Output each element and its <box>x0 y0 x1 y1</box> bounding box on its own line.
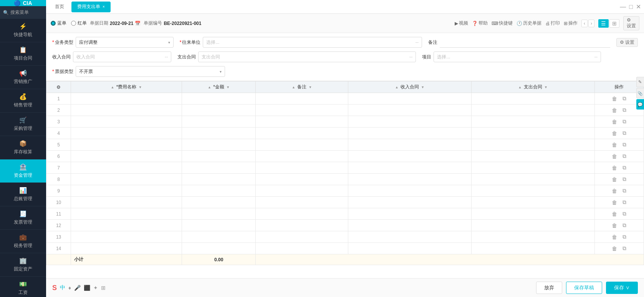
sidebar-item-tax[interactable]: 💼 税务管理 <box>0 230 46 253</box>
copy-row-btn[interactable]: ⧉ <box>621 210 628 218</box>
remark-cell[interactable] <box>256 174 348 185</box>
tab-expense[interactable]: 费用支出单 × <box>71 2 111 12</box>
income-contract-cell[interactable] <box>348 93 471 105</box>
business-type-select[interactable]: 应付调整 ▾ <box>76 37 174 48</box>
date-value[interactable]: 2022-09-21 <box>110 21 133 26</box>
col-expense-name[interactable]: ▲ *费用名称 ▼ <box>71 81 182 93</box>
amount-cell[interactable] <box>182 116 255 128</box>
expense-name-cell[interactable] <box>71 208 182 220</box>
copy-row-btn[interactable]: ⧉ <box>621 164 628 172</box>
expense-name-cell[interactable] <box>71 162 182 174</box>
col-remark[interactable]: ▲ 备注 ▼ <box>256 81 348 93</box>
copy-row-btn[interactable]: ⧉ <box>621 175 628 183</box>
delete-row-btn[interactable]: 🗑 <box>610 245 619 252</box>
income-contract-input[interactable]: 收入合同 ··· <box>73 51 171 62</box>
remark-cell[interactable] <box>256 220 348 231</box>
nav-prev[interactable]: ‹ <box>581 20 588 27</box>
delete-row-btn[interactable]: 🗑 <box>610 176 619 183</box>
expense-contract-cell[interactable] <box>471 139 594 151</box>
sidebar-item-fixed-assets[interactable]: 🏢 固定资产 <box>0 253 46 277</box>
income-contract-cell[interactable] <box>348 197 471 208</box>
tab-home[interactable]: 首页 <box>49 2 70 12</box>
income-contract-cell[interactable] <box>348 128 471 139</box>
expense-name-cell[interactable] <box>71 139 182 151</box>
amount-cell[interactable] <box>182 174 255 185</box>
sidebar-search[interactable]: 🔍 搜索菜单 <box>0 6 46 19</box>
expense-contract-cell[interactable] <box>471 162 594 174</box>
copy-row-btn[interactable]: ⧉ <box>621 141 628 149</box>
video-btn[interactable]: ▶ 视频 <box>455 20 468 27</box>
delete-row-btn[interactable]: 🗑 <box>610 187 619 195</box>
delete-row-btn[interactable]: 🗑 <box>610 129 619 137</box>
sidebar-item-quick-nav[interactable]: ⚡ 快捷导航 <box>0 19 46 42</box>
delete-row-btn[interactable]: 🗑 <box>610 95 619 103</box>
remark-cell[interactable] <box>256 105 348 116</box>
col-expense-contract[interactable]: ▲ 支出合同 ▼ <box>471 81 594 93</box>
income-contract-cell[interactable] <box>348 220 471 231</box>
expense-name-cell[interactable] <box>71 220 182 231</box>
expense-contract-cell[interactable] <box>471 151 594 162</box>
delete-row-btn[interactable]: 🗑 <box>610 118 619 126</box>
delete-row-btn[interactable]: 🗑 <box>610 164 619 172</box>
expense-name-cell[interactable] <box>71 185 182 197</box>
expense-name-cell[interactable] <box>71 116 182 128</box>
delete-row-btn[interactable]: 🗑 <box>610 222 619 229</box>
copy-row-btn[interactable]: ⧉ <box>621 152 628 160</box>
expense-name-cell[interactable] <box>71 105 182 116</box>
expense-contract-cell[interactable] <box>471 128 594 139</box>
amount-cell[interactable] <box>182 231 255 243</box>
input-tool-diamond[interactable]: ♦ <box>68 285 71 291</box>
income-contract-cell[interactable] <box>348 105 471 116</box>
radio-blue[interactable]: 蓝单 <box>51 20 66 27</box>
expense-contract-cell[interactable] <box>471 116 594 128</box>
expense-name-cell[interactable] <box>71 197 182 208</box>
amount-cell[interactable] <box>182 128 255 139</box>
history-btn[interactable]: 🕐 历史单据 <box>517 20 541 27</box>
copy-row-btn[interactable]: ⧉ <box>621 129 628 137</box>
sidebar-item-marketing[interactable]: 📢 营销推广 <box>0 66 46 89</box>
copy-row-btn[interactable]: ⧉ <box>621 187 628 195</box>
amount-cell[interactable] <box>182 185 255 197</box>
income-contract-cell[interactable] <box>348 139 471 151</box>
remark-cell[interactable] <box>256 162 348 174</box>
delete-row-btn[interactable]: 🗑 <box>610 141 619 149</box>
income-contract-cell[interactable] <box>348 174 471 185</box>
edge-tab-2[interactable]: 📎 <box>636 88 644 98</box>
sidebar-item-ledger[interactable]: 📊 总账管理 <box>0 183 46 206</box>
remark-cell[interactable] <box>256 128 348 139</box>
save-button[interactable]: 保存 ∨ <box>606 282 638 294</box>
expense-contract-cell[interactable] <box>471 185 594 197</box>
amount-cell[interactable] <box>182 243 255 254</box>
partner-input[interactable]: 选择... ··· <box>203 37 422 48</box>
income-contract-cell[interactable] <box>348 231 471 243</box>
amount-cell[interactable] <box>182 151 255 162</box>
expense-contract-cell[interactable] <box>471 220 594 231</box>
nav-next[interactable]: › <box>588 20 594 27</box>
remark-cell[interactable] <box>256 197 348 208</box>
col-amount[interactable]: ▲ *金额 ▼ <box>182 81 255 93</box>
sidebar-item-invoice[interactable]: 🧾 发票管理 <box>0 206 46 230</box>
income-contract-cell[interactable] <box>348 243 471 254</box>
remark-cell[interactable] <box>256 231 348 243</box>
remark-cell[interactable] <box>256 208 348 220</box>
operations-btn[interactable]: ⊞ 操作 <box>564 20 578 27</box>
project-input[interactable]: 选择... ··· <box>434 51 601 62</box>
amount-cell[interactable] <box>182 105 255 116</box>
expense-contract-cell[interactable] <box>471 208 594 220</box>
copy-row-btn[interactable]: ⧉ <box>621 106 628 114</box>
income-contract-cell[interactable] <box>348 116 471 128</box>
expense-contract-input[interactable]: 支出合同 ··· <box>198 51 416 62</box>
sidebar-item-sales[interactable]: 💰 销售管理 <box>0 89 46 113</box>
remark-cell[interactable] <box>256 93 348 105</box>
delete-row-btn[interactable]: 🗑 <box>610 153 619 160</box>
remark-cell[interactable] <box>256 185 348 197</box>
window-minimize[interactable]: — <box>620 3 626 10</box>
amount-cell[interactable] <box>182 93 255 105</box>
remark-cell[interactable] <box>256 243 348 254</box>
expense-contract-cell[interactable] <box>471 105 594 116</box>
view-grid-btn[interactable]: ⊞ <box>609 19 619 28</box>
radio-red[interactable]: 红单 <box>71 20 87 27</box>
expense-name-cell[interactable] <box>71 231 182 243</box>
sidebar-item-project-contract[interactable]: 📋 项目合同 <box>0 42 46 66</box>
remark-cell[interactable] <box>256 151 348 162</box>
